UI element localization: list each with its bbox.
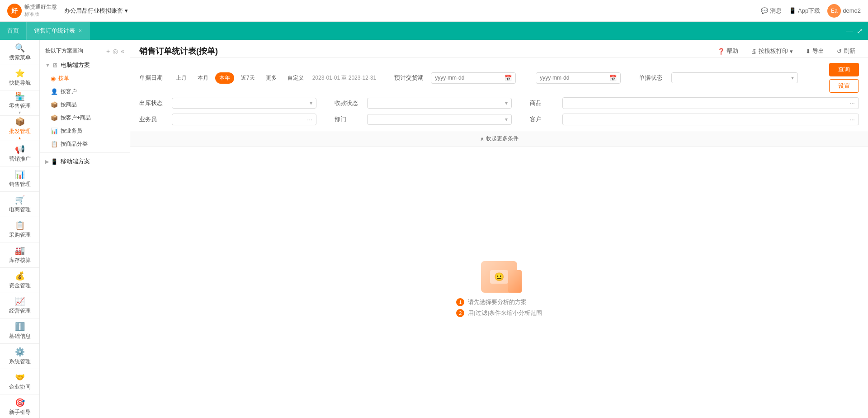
payment-status-select[interactable]: ▾: [367, 98, 512, 109]
app-title[interactable]: 办公用品行业模拟账套 ▾: [64, 7, 128, 15]
dropdown-icon[interactable]: ▾: [125, 7, 128, 14]
refresh-btn[interactable]: ↺ 刷新: [833, 45, 859, 57]
message-icon: 💬: [761, 7, 768, 14]
date-btn-this-year[interactable]: 本年: [215, 72, 234, 84]
app-download-btn[interactable]: 📱 App下载: [789, 7, 820, 15]
tree-item-by-order[interactable]: ◉ 按单: [51, 72, 130, 85]
window-minimize-btn[interactable]: —: [846, 27, 853, 35]
out-status-dropdown-icon: ▾: [310, 100, 312, 106]
payment-dropdown-icon: ▾: [505, 100, 508, 106]
dept-select[interactable]: ▾: [367, 114, 512, 125]
goods-select[interactable]: ···: [562, 97, 859, 109]
tree-item-by-customer-goods[interactable]: 📦 按客户+商品: [51, 111, 130, 124]
tree-mobile-group[interactable]: ▶ 📱 移动端方案: [40, 155, 130, 168]
sidebar-item-wholesale[interactable]: 📦 批发管理 ▴: [0, 116, 39, 141]
date-dash: —: [523, 75, 528, 81]
sidebar-item-guide[interactable]: 🎯 新手引导: [0, 394, 39, 418]
salesperson-more-icon[interactable]: ···: [307, 116, 312, 123]
layout: 🔍 搜索菜单 ⭐ 快捷导航 🏪 零售管理 ▾ 📦 批发管理 ▴ 📢 营销推广 📊…: [0, 40, 868, 418]
page-header: 销售订单统计表(按单) ❓ 帮助 🖨 按模板打印 ▾ ⬇ 导出 ↺ 刷新: [130, 40, 868, 57]
user-avatar-btn[interactable]: Ea demo2: [827, 4, 861, 18]
date-btn-custom[interactable]: 自定义: [283, 72, 308, 84]
customer-scheme-icon: 👤: [51, 88, 58, 95]
customer-more-icon[interactable]: ···: [849, 116, 855, 123]
sidebar-item-basics[interactable]: ℹ️ 基础信息: [0, 318, 39, 344]
top-bar-left: 好 畅捷通好生意 标准版 办公用品行业模拟账套 ▾: [7, 4, 128, 18]
sidebar-item-retail[interactable]: 🏪 零售管理 ▾: [0, 90, 39, 116]
sidebar-item-corp-collab[interactable]: 🤝 企业协同: [0, 369, 39, 394]
inventory-icon: 🏭: [15, 246, 25, 256]
expected-date-start-input[interactable]: 📅: [431, 72, 516, 84]
tip-num-1: 1: [456, 298, 464, 306]
print-dropdown-icon[interactable]: ▾: [790, 48, 793, 55]
finance-icon: 💰: [15, 271, 25, 281]
logo-sub: 标准版: [24, 11, 57, 18]
status-select[interactable]: ▾: [671, 72, 798, 83]
template-print-btn[interactable]: 🖨 按模板打印 ▾: [747, 45, 797, 57]
nav-tab-actions: — ⤢: [846, 27, 868, 35]
tab-close-icon[interactable]: ×: [79, 28, 82, 34]
tree-desktop-group[interactable]: ▼ 🖥 电脑端方案: [40, 58, 130, 72]
sidebar-item-operations[interactable]: 📈 经营管理: [0, 293, 39, 318]
sidebar-item-ecommerce[interactable]: 🛒 电商管理: [0, 192, 39, 217]
avatar: Ea: [827, 4, 841, 18]
empty-illustration: 😐: [472, 247, 526, 293]
goods-label: 商品: [530, 99, 555, 107]
customer-select[interactable]: ···: [562, 114, 859, 125]
collapse-bar[interactable]: ∧ 收起更多条件: [130, 131, 868, 147]
tree-item-by-goods[interactable]: 📦 按商品: [51, 98, 130, 111]
status-label: 单据状态: [639, 74, 664, 82]
sidebar-item-inventory[interactable]: 🏭 库存核算: [0, 242, 39, 268]
export-btn[interactable]: ⬇ 导出: [802, 45, 828, 57]
expected-date-end-input[interactable]: 📅: [536, 72, 621, 84]
sidebar-item-system[interactable]: ⚙️ 系统管理: [0, 344, 39, 369]
goods-more-icon[interactable]: ···: [849, 100, 855, 107]
dept-label: 部门: [335, 115, 360, 124]
sidebar-item-search[interactable]: 🔍 搜索菜单: [0, 40, 39, 65]
help-btn[interactable]: ❓ 帮助: [714, 45, 742, 57]
tab-sales-order[interactable]: 销售订单统计表 ×: [27, 22, 90, 40]
tree-children: ◉ 按单 👤 按客户 📦 按商品 📦 按客户+商品 📊 按业务员 📋 按商: [40, 72, 130, 151]
filter-row-1: 单据日期 上月 本月 本年 近7天 更多 自定义 2023-01-01 至 20…: [139, 63, 859, 93]
expected-end-field[interactable]: [540, 75, 608, 81]
tree-item-by-customer[interactable]: 👤 按客户: [51, 85, 130, 98]
sidebar-item-quick[interactable]: ⭐ 快捷导航: [0, 65, 39, 90]
date-range-hint: 2023-01-01 至 2023-12-31: [312, 74, 376, 82]
tree-mobile-arrow-icon: ▶: [45, 159, 49, 165]
sales-icon: 📊: [15, 170, 25, 180]
date-btn-this-month[interactable]: 本月: [193, 72, 212, 84]
settings-scheme-btn[interactable]: ◎: [113, 48, 118, 55]
collapse-panel-btn[interactable]: «: [121, 48, 124, 55]
ecommerce-icon: 🛒: [15, 195, 25, 205]
query-btn[interactable]: 查询: [829, 63, 859, 76]
window-restore-btn[interactable]: ⤢: [857, 27, 863, 35]
salesperson-select[interactable]: ···: [172, 114, 316, 125]
tip-num-2: 2: [456, 309, 464, 317]
sidebar-item-marketing[interactable]: 📢 营销推广: [0, 141, 39, 166]
add-scheme-btn[interactable]: +: [106, 48, 110, 55]
sidebar-item-finance[interactable]: 💰 资金管理: [0, 268, 39, 293]
date-btn-last-month[interactable]: 上月: [172, 72, 191, 84]
star-icon: ⭐: [15, 68, 25, 78]
tree-item-by-category[interactable]: 📋 按商品分类: [51, 138, 130, 151]
expected-date-label: 预计交货期: [394, 74, 424, 82]
expected-start-field[interactable]: [435, 75, 503, 81]
basics-icon: ℹ️: [15, 322, 25, 332]
logo-icon: 好: [7, 4, 22, 18]
collab-icon: 🤝: [15, 372, 25, 382]
message-btn[interactable]: 💬 消息: [761, 7, 782, 15]
out-status-select[interactable]: ▾: [172, 98, 316, 109]
date-btn-more[interactable]: 更多: [262, 72, 281, 84]
settings-btn[interactable]: 设置: [829, 79, 859, 93]
operations-icon: 📈: [15, 296, 25, 306]
date-buttons-group: 上月 本月 本年 近7天 更多 自定义 2023-01-01 至 2023-12…: [172, 72, 376, 84]
tab-home[interactable]: 首页: [0, 22, 27, 40]
sidebar-item-sales[interactable]: 📊 销售管理: [0, 166, 39, 192]
sidebar-item-purchase[interactable]: 📋 采购管理: [0, 217, 39, 242]
payment-status-label: 收款状态: [335, 99, 360, 107]
mobile-icon: 📱: [51, 158, 58, 165]
tree-item-by-salesperson[interactable]: 📊 按业务员: [51, 124, 130, 138]
date-btn-7days[interactable]: 近7天: [237, 72, 259, 84]
logo-box: 好 畅捷通好生意 标准版: [7, 4, 57, 18]
filter-area: 单据日期 上月 本月 本年 近7天 更多 自定义 2023-01-01 至 20…: [130, 57, 868, 131]
